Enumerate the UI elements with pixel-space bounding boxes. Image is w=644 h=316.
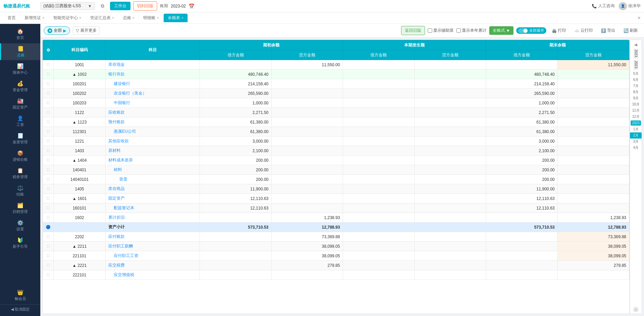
timeline-month-11[interactable]: 11月: [630, 107, 642, 114]
format-button[interactable]: 全账式 ▼: [489, 26, 513, 35]
row-checkbox[interactable]: ☐: [43, 70, 54, 79]
sidebar-item-archive[interactable]: 🗂️ 归档管理: [0, 200, 40, 217]
timeline-month-8[interactable]: 8月: [630, 89, 642, 95]
show-ytd-checkbox[interactable]: 显示本年累计: [456, 28, 487, 33]
row-checkbox[interactable]: ☐: [43, 156, 54, 165]
row-checkbox[interactable]: ☐: [43, 146, 54, 156]
tab-close-new-voucher[interactable]: ×: [42, 16, 44, 20]
row-checkbox[interactable]: ☐: [43, 137, 54, 146]
timeline-month-4[interactable]: 4月: [630, 145, 642, 151]
row-name[interactable]: 银行存款: [106, 70, 200, 79]
show-aux-checkbox[interactable]: 显示辅助算: [428, 28, 454, 33]
timeline-month-9[interactable]: 9月: [630, 95, 642, 101]
tab-close-smart-voucher[interactable]: ×: [79, 16, 81, 20]
tab-balance[interactable]: 余额表 ×: [164, 14, 188, 22]
timeline-month-7[interactable]: 7月: [630, 83, 642, 89]
row-name[interactable]: 应付职工工资: [106, 251, 200, 261]
row-name[interactable]: 其他应收款: [106, 137, 200, 146]
tab-home[interactable]: 首页: [3, 14, 20, 22]
sidebar-item-payroll[interactable]: 👤 工资: [0, 113, 40, 130]
sidebar-item-purchase[interactable]: 📦 进销台账: [0, 148, 40, 164]
cloud-print-button[interactable]: ☁️ 云打印: [572, 26, 595, 35]
timeline-month-2-active[interactable]: 2月: [630, 132, 642, 139]
sidebar-item-home[interactable]: 🏠 首页: [0, 26, 40, 43]
timeline-month-6[interactable]: 6月: [630, 77, 642, 83]
row-name[interactable]: 配提签记本: [106, 203, 200, 213]
print-button[interactable]: 🖨️ 打印: [549, 26, 569, 35]
sidebar-item-member[interactable]: 👑 畅会员: [0, 287, 40, 304]
workspace-button[interactable]: 工作台: [110, 2, 131, 10]
consultant-button[interactable]: 📞 人工咨询: [592, 3, 615, 9]
row-checkbox[interactable]: ☐: [43, 261, 54, 270]
row-checkbox[interactable]: ☐: [43, 184, 54, 194]
col-settings[interactable]: ⚙: [43, 40, 54, 60]
timeline-month-3[interactable]: 3月: [630, 139, 642, 145]
tab-close-ledger[interactable]: ×: [133, 16, 135, 20]
sidebar-item-ledger[interactable]: 📒 总账: [0, 43, 40, 60]
row-name[interactable]: 壹蛋: [106, 175, 200, 184]
row-checkbox[interactable]: ☐: [43, 175, 54, 184]
timeline-month-1[interactable]: 1月: [630, 126, 642, 132]
expand-more-button[interactable]: ▽ 展开更多: [73, 26, 100, 35]
row-name[interactable]: 应付职工薪酬: [106, 242, 200, 251]
row-checkbox[interactable]: ☐: [43, 89, 54, 98]
row-checkbox[interactable]: ☐: [43, 60, 54, 70]
row-name[interactable]: 中国银行: [106, 98, 200, 108]
row-name[interactable]: 应付账款: [106, 232, 200, 242]
timeline-year-2023-active[interactable]: 2023: [631, 120, 641, 126]
row-checkbox[interactable]: ☐: [43, 165, 54, 175]
timeline-month-12[interactable]: 12月: [630, 114, 642, 120]
timeline-month-5[interactable]: 5月: [630, 71, 642, 77]
timeline-bottom-icon[interactable]: ○: [633, 307, 639, 312]
row-checkbox[interactable]: ☐: [43, 117, 54, 127]
row-name[interactable]: 材料: [106, 165, 200, 175]
row-name[interactable]: 建设银行: [106, 79, 200, 89]
tab-detail[interactable]: 明细账 ×: [139, 14, 163, 22]
row-checkbox[interactable]: ☐: [43, 270, 54, 280]
row-name[interactable]: 库存商品: [106, 184, 200, 194]
sidebar-item-capital[interactable]: 💰 资金管理: [0, 78, 40, 95]
row-checkbox[interactable]: ☐: [43, 203, 54, 213]
filter-all-button[interactable]: ◉ 全部 ▶: [44, 26, 70, 35]
sidebar-item-guide[interactable]: 🔰 新手引导: [0, 235, 40, 252]
expand-all-toggle[interactable]: 全部展开: [516, 27, 546, 34]
sidebar-item-reports[interactable]: 📊 报表中心: [0, 61, 40, 77]
row-name[interactable]: 应交税费: [106, 261, 200, 270]
row-name[interactable]: 惠属EU公司: [106, 127, 200, 137]
timeline-month-10[interactable]: 10月: [630, 101, 642, 107]
switch-old-button[interactable]: 切到旧版: [133, 1, 157, 11]
tab-close-all[interactable]: ×: [638, 15, 641, 21]
row-checkbox[interactable]: ☐: [43, 194, 54, 203]
sidebar-item-settlement[interactable]: ⚖️ 结账: [0, 183, 40, 199]
row-name[interactable]: 原材料: [106, 146, 200, 156]
sidebar-item-tax[interactable]: 📋 税务管理: [0, 165, 40, 182]
timeline-expand-icon[interactable]: ◀: [632, 41, 639, 48]
row-checkbox[interactable]: ☐: [43, 232, 54, 242]
refresh-button[interactable]: 🔄 刷新: [621, 26, 641, 35]
timeline-year-2023-prev2[interactable]: 2023.: [633, 60, 639, 70]
company-selector[interactable]: (劝副) 江西股坐-LSS ▼: [40, 2, 95, 10]
row-name[interactable]: 应收账款: [106, 108, 200, 117]
timeline-year-2023-prev1[interactable]: 2023.: [633, 48, 639, 59]
sidebar-item-assets[interactable]: 🏭 固定资产: [0, 96, 40, 112]
row-checkbox[interactable]: 🔵: [43, 222, 54, 232]
tab-close-voucher-summary[interactable]: ×: [112, 16, 114, 20]
row-name[interactable]: 累计折旧: [106, 213, 200, 222]
row-checkbox[interactable]: ☐: [43, 108, 54, 117]
row-checkbox[interactable]: ☐: [43, 127, 54, 137]
export-button[interactable]: ⬆️ 导出: [598, 26, 618, 35]
calendar-icon[interactable]: 📅: [189, 3, 194, 9]
sidebar-item-invoice[interactable]: 🧾 发票管理: [0, 130, 40, 147]
row-name[interactable]: 固定资产: [106, 194, 200, 203]
unpin-button[interactable]: ◀ 取消固定: [0, 304, 40, 314]
copy-icon[interactable]: ⧉: [98, 1, 107, 11]
row-checkbox[interactable]: ☐: [43, 98, 54, 108]
user-menu[interactable]: 👤 徐泽华: [619, 2, 641, 10]
tab-smart-voucher[interactable]: 智能凭证中心 ×: [49, 14, 85, 22]
row-checkbox[interactable]: ☐: [43, 242, 54, 251]
row-name[interactable]: 应交增值税: [106, 270, 200, 280]
row-checkbox[interactable]: ☐: [43, 79, 54, 89]
row-name[interactable]: 材料成本差异: [106, 156, 200, 165]
sidebar-item-settings[interactable]: ⚙️ 设置: [0, 217, 40, 234]
tab-close-balance[interactable]: ×: [181, 16, 183, 20]
